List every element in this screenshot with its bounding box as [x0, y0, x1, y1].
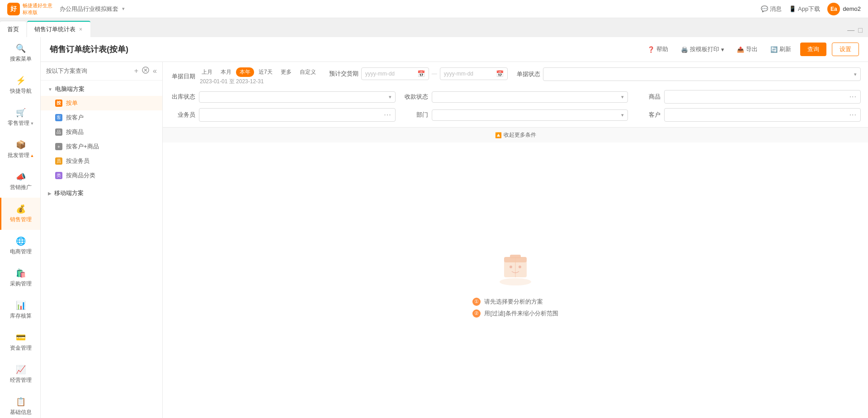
export-btn[interactable]: 📤 导出: [733, 43, 761, 55]
tree-item-label: 按客户+商品: [66, 142, 99, 151]
salesman-dots[interactable]: ···: [384, 111, 391, 119]
tab-maximize-btn[interactable]: □: [858, 26, 863, 34]
sidebar-item-inventory[interactable]: 📊 库存核算: [0, 294, 40, 326]
shortcut-7days[interactable]: 近7天: [255, 67, 276, 77]
expected-date-end[interactable]: yyyy-mm-dd 📅: [440, 67, 508, 80]
tree-parent-desktop[interactable]: ▼ 电脑端方案: [41, 82, 162, 96]
customer-label: 客户: [635, 111, 660, 119]
tree-item-by-customer-goods[interactable]: + 按客户+商品: [41, 139, 162, 154]
home-tab-label: 首页: [7, 25, 19, 33]
goods-dots[interactable]: ···: [849, 93, 857, 101]
customer-input[interactable]: ···: [664, 108, 861, 122]
tab-minimize-btn[interactable]: —: [847, 26, 854, 34]
shortcut-this-year[interactable]: 本年: [236, 67, 254, 77]
content-area: 销售订单统计表(按单) ❓ 帮助 🖨️ 按模板打印 ▾ 📤 导出 🔄 刷新: [41, 37, 868, 418]
filter-date-group: 单据日期 上月 本月 本年 近7天 更多 自定义 20: [170, 67, 320, 86]
date-shortcuts-group: 上月 本月 本年 近7天 更多 自定义 2023-01-01 至 2023-12…: [198, 67, 320, 86]
dept-select[interactable]: ▾: [432, 109, 628, 121]
chevron-down-icon: ▼: [30, 121, 34, 126]
print-btn[interactable]: 🖨️ 按模板打印 ▾: [677, 43, 728, 55]
sidebar-item-label: 营销推广: [10, 184, 32, 191]
tabbar: 首页 销售订单统计表 × — □: [0, 18, 868, 37]
filter-row-3: 业务员 ··· 部门 ▾: [170, 108, 861, 122]
svg-rect-7: [510, 255, 521, 258]
marketing-icon: 📣: [16, 172, 26, 182]
sidebar-item-quick-nav[interactable]: ⚡ 快捷导航: [0, 69, 40, 101]
shortcut-this-month[interactable]: 本月: [217, 67, 235, 77]
goods-input[interactable]: ···: [664, 90, 861, 104]
tree-item-by-goods[interactable]: 品 按商品: [41, 125, 162, 139]
sidebar-item-purchase[interactable]: 🛍️ 采购管理: [0, 262, 40, 294]
app-download-btn[interactable]: 📱 App下载: [789, 5, 820, 13]
sidebar-item-search-menu[interactable]: 🔍 搜索菜单: [0, 37, 40, 69]
sidebar-item-label: 搜索菜单: [10, 55, 32, 63]
date-end-placeholder: yyyy-mm-dd: [444, 71, 473, 77]
shortcut-last-month[interactable]: 上月: [198, 67, 216, 77]
salesman-input[interactable]: ···: [199, 108, 396, 122]
sidebar-item-label: 快捷导航: [10, 87, 32, 95]
status-label: 单据状态: [515, 70, 540, 78]
ship-status-group: 出库状态 ▾: [170, 90, 396, 104]
help-btn[interactable]: ❓ 帮助: [644, 43, 672, 55]
edit-scheme-btn[interactable]: [142, 66, 149, 76]
search-menu-icon: 🔍: [16, 43, 26, 53]
empty-step-1: ① 请先选择要分析的方案: [472, 298, 558, 306]
tab-sales-order-stats[interactable]: 销售订单统计表 ×: [27, 21, 90, 37]
tab-close-icon[interactable]: ×: [78, 25, 83, 33]
avatar: Ea: [827, 3, 840, 15]
by-salesman-icon: 员: [55, 157, 62, 165]
print-dropdown-icon: ▾: [721, 46, 724, 53]
sidebar-item-marketing[interactable]: 📣 营销推广: [0, 166, 40, 198]
refresh-btn[interactable]: 🔄 刷新: [767, 43, 795, 55]
ship-status-select[interactable]: ▾: [199, 91, 396, 103]
query-button[interactable]: 查询: [800, 43, 826, 56]
active-tab-label: 销售订单统计表: [34, 25, 75, 33]
tree-item-by-salesman[interactable]: 员 按业务员: [41, 154, 162, 168]
sidebar-item-operation[interactable]: 📈 经营管理: [0, 358, 40, 390]
sidebar-item-basic[interactable]: 📋 基础信息: [0, 390, 40, 418]
expected-date-group: 预计交货期 yyyy-mm-dd 📅 — yyyy-mm-dd 📅: [327, 67, 508, 80]
shortcut-more[interactable]: 更多: [277, 67, 295, 77]
sidebar-item-wholesale[interactable]: 📦 批发管理 ▲: [0, 133, 40, 166]
sales-icon: 💰: [16, 204, 26, 214]
empty-state: ① 请先选择要分析的方案 ② 用[过滤]条件来缩小分析范围: [163, 142, 868, 418]
quick-nav-icon: ⚡: [16, 76, 26, 86]
settings-button[interactable]: 设置: [832, 43, 859, 56]
sidebar-item-label: 批发管理: [8, 152, 29, 159]
split-layout: 按以下方案查询 + « ▼ 电脑端方案 按: [41, 62, 868, 418]
export-icon: 📤: [737, 46, 744, 53]
shortcut-custom[interactable]: 自定义: [296, 67, 320, 77]
left-panel-title: 按以下方案查询: [46, 67, 87, 75]
sidebar-item-label: 资金管理: [10, 344, 32, 352]
payment-status-select[interactable]: ▾: [432, 91, 628, 103]
tree-parent-mobile[interactable]: ▶ 移动端方案: [41, 186, 162, 200]
dept-group: 部门 ▾: [403, 108, 628, 122]
topbar-right: 💬 消息 📱 App下载 Ea demo2: [761, 3, 861, 15]
sidebar-item-finance[interactable]: 💳 资金管理: [0, 326, 40, 358]
app-title-dropdown[interactable]: ▾: [122, 6, 125, 12]
sidebar-item-sales[interactable]: 💰 销售管理: [0, 198, 40, 230]
logo-icon: 好: [7, 3, 20, 15]
expected-date-start[interactable]: yyyy-mm-dd 📅: [361, 67, 429, 80]
payment-status-label: 收款状态: [403, 93, 428, 101]
empty-steps: ① 请先选择要分析的方案 ② 用[过滤]条件来缩小分析范围: [472, 298, 558, 318]
page-title: 销售订单统计表(按单): [50, 44, 128, 55]
message-btn[interactable]: 💬 消息: [761, 5, 782, 13]
collapse-bar[interactable]: 🔼 收起更多条件: [163, 128, 868, 142]
status-select[interactable]: ▾: [543, 67, 861, 81]
add-scheme-btn[interactable]: +: [134, 67, 138, 75]
goods-group: 商品 ···: [635, 90, 861, 104]
collapse-panel-btn[interactable]: «: [153, 67, 157, 75]
tree-item-by-goods-category[interactable]: 类 按商品分类: [41, 168, 162, 183]
tree-item-by-order[interactable]: 按 按单: [41, 96, 162, 110]
tree-item-by-customer[interactable]: 客 按客户: [41, 110, 162, 125]
chevron-up-icon: ▲: [30, 153, 34, 158]
ship-status-label: 出库状态: [170, 93, 195, 101]
sidebar-item-retail[interactable]: 🛒 零售管理 ▼: [0, 101, 40, 133]
tab-home[interactable]: 首页: [0, 21, 26, 37]
user-area[interactable]: Ea demo2: [827, 3, 861, 15]
sidebar-item-label: 经营管理: [10, 376, 32, 384]
tree-arrow-right: ▶: [48, 191, 52, 196]
customer-dots[interactable]: ···: [849, 111, 857, 119]
sidebar-item-ecommerce[interactable]: 🌐 电商管理: [0, 230, 40, 262]
